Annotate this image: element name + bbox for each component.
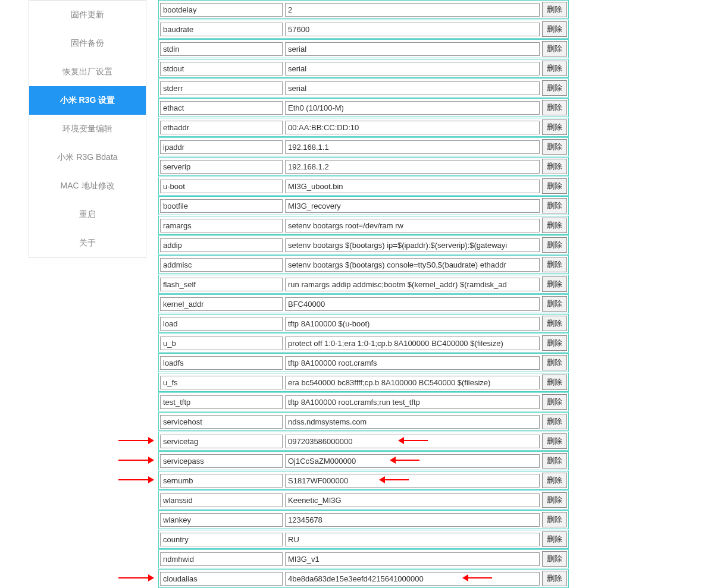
env-key-input[interactable] [160, 62, 283, 76]
delete-button[interactable]: 删除 [542, 532, 567, 547]
delete-button[interactable]: 删除 [542, 316, 567, 331]
env-value-input[interactable] [285, 533, 540, 546]
delete-button[interactable]: 删除 [542, 551, 567, 567]
env-key-input[interactable] [160, 3, 283, 17]
env-value-input[interactable] [285, 454, 540, 468]
delete-button[interactable]: 删除 [542, 21, 567, 37]
delete-button[interactable]: 删除 [542, 492, 567, 508]
delete-button[interactable]: 删除 [542, 296, 567, 312]
delete-button[interactable]: 删除 [542, 453, 567, 468]
env-key-input[interactable] [160, 238, 283, 252]
delete-button[interactable]: 删除 [542, 2, 567, 17]
env-key-input[interactable] [160, 552, 283, 566]
delete-button[interactable]: 删除 [542, 61, 567, 76]
sidebar-item-7[interactable]: 重启 [29, 200, 146, 229]
env-key-input[interactable] [160, 160, 283, 174]
env-value-input[interactable] [285, 395, 540, 409]
env-value-input[interactable] [285, 474, 540, 488]
env-key-input[interactable] [160, 180, 283, 193]
env-value-input[interactable] [285, 572, 540, 586]
delete-button[interactable]: 删除 [542, 335, 567, 351]
delete-button[interactable]: 删除 [542, 355, 567, 370]
env-key-input[interactable] [160, 297, 283, 311]
env-value-input[interactable] [285, 317, 540, 331]
env-value-input[interactable] [285, 337, 540, 350]
sidebar-item-3[interactable]: 小米 R3G 设置 [29, 86, 146, 115]
delete-button[interactable]: 删除 [542, 257, 567, 272]
env-value-input[interactable] [285, 81, 540, 95]
env-value-input[interactable] [285, 415, 540, 429]
delete-button[interactable]: 删除 [542, 41, 567, 56]
env-value-input[interactable] [285, 140, 540, 154]
delete-button[interactable]: 删除 [542, 276, 567, 292]
env-key-input[interactable] [160, 140, 283, 154]
env-row: 删除 [158, 314, 569, 333]
sidebar-item-0[interactable]: 固件更新 [29, 1, 146, 29]
delete-button[interactable]: 删除 [542, 414, 567, 429]
env-key-input[interactable] [160, 81, 283, 95]
delete-button[interactable]: 删除 [542, 178, 567, 194]
delete-button[interactable]: 删除 [542, 80, 567, 96]
env-key-input[interactable] [160, 493, 283, 507]
env-key-input[interactable] [160, 337, 283, 350]
delete-button[interactable]: 删除 [542, 159, 567, 174]
env-key-input[interactable] [160, 474, 283, 488]
env-value-input[interactable] [285, 42, 540, 56]
sidebar-item-5[interactable]: 小米 R3G Bdata [29, 143, 146, 172]
delete-button[interactable]: 删除 [542, 120, 567, 135]
delete-button[interactable]: 删除 [542, 512, 567, 527]
env-key-input[interactable] [160, 513, 283, 527]
delete-button[interactable]: 删除 [542, 139, 567, 155]
delete-button[interactable]: 删除 [542, 394, 567, 410]
delete-button[interactable]: 删除 [542, 198, 567, 213]
env-value-input[interactable] [285, 297, 540, 311]
env-value-input[interactable] [285, 160, 540, 174]
sidebar-item-1[interactable]: 固件备份 [29, 29, 146, 58]
env-key-input[interactable] [160, 199, 283, 213]
sidebar-item-4[interactable]: 环境变量编辑 [29, 115, 146, 143]
env-key-input[interactable] [160, 435, 283, 448]
env-value-input[interactable] [285, 199, 540, 213]
env-key-input[interactable] [160, 356, 283, 370]
env-value-input[interactable] [285, 376, 540, 389]
env-key-input[interactable] [160, 23, 283, 36]
env-value-input[interactable] [285, 238, 540, 252]
env-value-input[interactable] [285, 493, 540, 507]
env-value-input[interactable] [285, 513, 540, 527]
env-key-input[interactable] [160, 415, 283, 429]
env-key-input[interactable] [160, 278, 283, 291]
env-key-input[interactable] [160, 533, 283, 546]
env-value-input[interactable] [285, 180, 540, 193]
env-value-input[interactable] [285, 552, 540, 566]
delete-button[interactable]: 删除 [542, 433, 567, 449]
delete-button[interactable]: 删除 [542, 571, 567, 586]
delete-button[interactable]: 删除 [542, 100, 567, 115]
delete-button[interactable]: 删除 [542, 237, 567, 253]
env-value-input[interactable] [285, 101, 540, 115]
env-value-input[interactable] [285, 62, 540, 76]
sidebar-item-2[interactable]: 恢复出厂设置 [29, 58, 146, 86]
env-value-input[interactable] [285, 278, 540, 291]
env-key-input[interactable] [160, 219, 283, 232]
env-key-input[interactable] [160, 121, 283, 134]
delete-button[interactable]: 删除 [542, 473, 567, 488]
env-key-input[interactable] [160, 572, 283, 586]
env-value-input[interactable] [285, 219, 540, 232]
env-key-input[interactable] [160, 395, 283, 409]
sidebar-item-8[interactable]: 关于 [29, 229, 146, 257]
sidebar-item-6[interactable]: MAC 地址修改 [29, 172, 146, 200]
env-value-input[interactable] [285, 258, 540, 272]
env-key-input[interactable] [160, 317, 283, 331]
env-key-input[interactable] [160, 454, 283, 468]
delete-button[interactable]: 删除 [542, 218, 567, 233]
env-key-input[interactable] [160, 258, 283, 272]
env-value-input[interactable] [285, 356, 540, 370]
delete-button[interactable]: 删除 [542, 375, 567, 390]
env-value-input[interactable] [285, 3, 540, 17]
env-key-input[interactable] [160, 101, 283, 115]
env-key-input[interactable] [160, 376, 283, 389]
env-value-input[interactable] [285, 121, 540, 134]
env-key-input[interactable] [160, 42, 283, 56]
env-value-input[interactable] [285, 435, 540, 448]
env-value-input[interactable] [285, 23, 540, 36]
